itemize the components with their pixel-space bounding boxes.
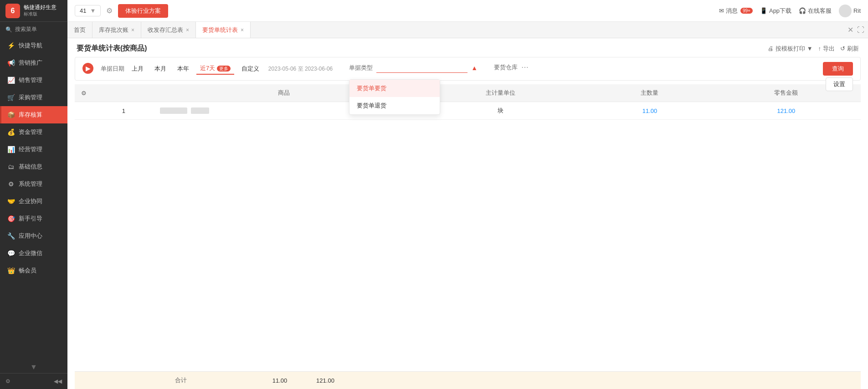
- headset-icon: 🎧: [799, 7, 806, 14]
- refresh-btn[interactable]: ↺ 刷新: [840, 45, 859, 53]
- this-month-btn[interactable]: 本月: [151, 63, 170, 74]
- more-badge: 更多: [217, 66, 231, 72]
- export-btn[interactable]: ↑ 导出: [818, 45, 835, 53]
- header-left: 41 ▼ ⚙ 体验行业方案: [75, 4, 168, 18]
- filter-expand-btn[interactable]: ▶: [82, 63, 93, 74]
- sales-icon: 📈: [7, 77, 15, 84]
- tab-order-summary[interactable]: 要货单统计表 ×: [196, 22, 251, 38]
- filter-date-group: 单据日期 上月 本月 本年 近7天 更多 自定义 2023-05-06 至 20…: [101, 63, 333, 75]
- purchase-icon: 🛒: [7, 94, 15, 101]
- phone-icon: 📱: [760, 7, 767, 14]
- row-settings-cell: [75, 102, 93, 120]
- print-template-btn[interactable]: 🖨 按模板打印 ▼: [768, 45, 813, 53]
- app-download-action[interactable]: 📱 App下载: [760, 7, 791, 15]
- custom-date-btn[interactable]: 自定义: [238, 63, 263, 74]
- row-quantity[interactable]: 11.00: [588, 102, 711, 120]
- header-settings-icon[interactable]: ⚙: [106, 6, 113, 15]
- col-header-seq: [93, 84, 154, 102]
- warehouse-more-icon[interactable]: ⋯: [521, 63, 529, 72]
- table-container: ⚙ 商品 主计量单位 主数量 零售金额 1: [75, 84, 861, 371]
- type-chevron-up-icon[interactable]: ▲: [471, 64, 478, 72]
- sidebar-item-membership[interactable]: 👑 畅会员: [0, 262, 67, 279]
- user-name: Rit: [853, 7, 861, 14]
- sidebar-item-finance[interactable]: 💰 资金管理: [0, 123, 67, 141]
- logo-text: 畅捷通好生意: [24, 4, 56, 11]
- marketing-icon: 📢: [7, 59, 15, 67]
- store-chevron-icon: ▼: [90, 7, 96, 14]
- sidebar-item-purchase[interactable]: 🛒 采购管理: [0, 89, 67, 106]
- operations-icon: 📊: [7, 146, 15, 153]
- tab-close-receive-summary[interactable]: ×: [186, 27, 189, 33]
- sidebar: 6 畅捷通好生意 标准版 🔍 搜索菜单 ⚡ 快捷导航 📢 营销推广 📈 销售管理…: [0, 0, 67, 389]
- message-icon: ✉: [719, 7, 724, 14]
- sidebar-logo: 6 畅捷通好生意 标准版: [0, 0, 67, 22]
- col-header-settings[interactable]: ⚙: [75, 84, 93, 102]
- header-right: ✉ 消息 99+ 📱 App下载 🎧 在线客服 Rit: [719, 5, 861, 17]
- tab-bar-actions: ✕ ⛶: [844, 26, 868, 34]
- sidebar-scroll-down[interactable]: ▼: [0, 361, 67, 373]
- dropdown-item-order-return[interactable]: 要货单退货: [349, 97, 440, 114]
- export-icon: ↑: [818, 45, 822, 52]
- sidebar-item-system[interactable]: ⚙ 系统管理: [0, 175, 67, 193]
- print-chevron-icon: ▼: [807, 45, 813, 52]
- settings-button[interactable]: 设置: [826, 77, 853, 91]
- dropdown-item-order-goods[interactable]: 要货单要货: [349, 80, 440, 97]
- date-filter-label: 单据日期: [101, 65, 124, 73]
- messages-badge: 99+: [740, 8, 753, 14]
- sidebar-item-sales[interactable]: 📈 销售管理: [0, 72, 67, 89]
- product-placeholder2: [191, 107, 209, 114]
- sidebar-item-inventory[interactable]: 📦 库存核算: [0, 106, 67, 123]
- enterprise-icon: 🤝: [7, 198, 15, 205]
- top-header: 41 ▼ ⚙ 体验行业方案 ✉ 消息 99+ 📱 App下载 🎧 在线客服 R: [67, 0, 868, 22]
- tab-close-all-icon[interactable]: ✕: [847, 26, 853, 34]
- filter-warehouse-group: 要货仓库 ⋯: [494, 63, 529, 72]
- sidebar-item-basic-info[interactable]: 🗂 基础信息: [0, 158, 67, 175]
- sidebar-item-wechat-biz[interactable]: 💬 企业微信: [0, 245, 67, 262]
- sidebar-settings-icon[interactable]: ⚙: [5, 378, 10, 384]
- sidebar-item-marketing[interactable]: 📢 营销推广: [0, 54, 67, 72]
- table-row: 1 块 11.00 121.00: [75, 102, 861, 120]
- sidebar-nav: ⚡ 快捷导航 📢 营销推广 📈 销售管理 🛒 采购管理 📦 库存核算 💰 资金管…: [0, 37, 67, 361]
- tab-receive-summary[interactable]: 收发存汇总表 ×: [141, 22, 196, 38]
- sidebar-item-enterprise[interactable]: 🤝 企业协同: [0, 193, 67, 210]
- row-amount[interactable]: 121.00: [712, 102, 861, 120]
- messages-action[interactable]: ✉ 消息 99+: [719, 7, 753, 15]
- query-button[interactable]: 查询: [823, 62, 853, 76]
- row-seq: 1: [93, 102, 154, 120]
- tab-inventory-batch[interactable]: 库存批次账 ×: [92, 22, 141, 38]
- type-input-wrapper: [376, 63, 467, 73]
- footer-quantity: 11.00: [257, 377, 303, 384]
- sidebar-item-quick-nav[interactable]: ⚡ 快捷导航: [0, 37, 67, 54]
- this-year-btn[interactable]: 本年: [174, 63, 193, 74]
- footer-amount: 121.00: [303, 377, 348, 384]
- user-profile[interactable]: Rit: [839, 5, 861, 17]
- filter-bar: ▶ 单据日期 上月 本月 本年 近7天 更多 自定义 2023-05-06 至 …: [75, 57, 861, 81]
- data-table: ⚙ 商品 主计量单位 主数量 零售金额 1: [75, 84, 861, 120]
- guide-icon: 🎯: [7, 215, 15, 222]
- last-month-btn[interactable]: 上月: [128, 63, 147, 74]
- online-service-action[interactable]: 🎧 在线客服: [799, 7, 832, 15]
- sidebar-search[interactable]: 🔍 搜索菜单: [0, 22, 67, 37]
- refresh-icon: ↺: [840, 45, 845, 52]
- app-center-icon: 🔧: [7, 232, 15, 240]
- store-selector[interactable]: 41 ▼: [75, 5, 101, 16]
- type-input[interactable]: [376, 63, 467, 73]
- sidebar-item-operations[interactable]: 📊 经营管理: [0, 141, 67, 158]
- trial-button[interactable]: 体验行业方案: [118, 4, 168, 18]
- last-7-days-btn[interactable]: 近7天 更多: [196, 63, 234, 75]
- warehouse-filter-label: 要货仓库: [494, 63, 518, 72]
- type-dropdown: 要货单要货 要货单退货: [349, 79, 440, 115]
- col-header-quantity: 主数量: [588, 84, 711, 102]
- tab-close-inventory-batch[interactable]: ×: [131, 27, 134, 33]
- tab-close-order-summary[interactable]: ×: [241, 27, 244, 33]
- main-content: 41 ▼ ⚙ 体验行业方案 ✉ 消息 99+ 📱 App下载 🎧 在线客服 R: [67, 0, 868, 389]
- table-header-row: ⚙ 商品 主计量单位 主数量 零售金额: [75, 84, 861, 102]
- tab-expand-icon[interactable]: ⛶: [857, 26, 864, 34]
- logo-icon: 6: [5, 4, 20, 18]
- quick-nav-icon: ⚡: [7, 42, 15, 49]
- sidebar-item-app-center[interactable]: 🔧 应用中心: [0, 227, 67, 245]
- tab-home[interactable]: 首页: [67, 22, 92, 38]
- sidebar-collapse-icon[interactable]: ◀◀: [54, 378, 62, 384]
- tab-bar: 首页 库存批次账 × 收发存汇总表 × 要货单统计表 × ✕ ⛶: [67, 22, 868, 38]
- sidebar-item-guide[interactable]: 🎯 新手引导: [0, 210, 67, 227]
